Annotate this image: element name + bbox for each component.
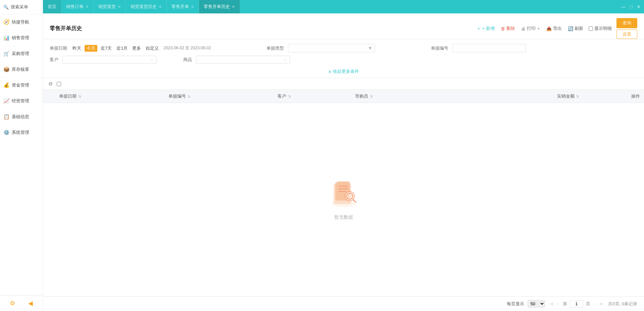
tab-retail-open[interactable]: 零售开单 ✕ <box>167 0 199 13</box>
table-header-row: 单据日期 ⇅ 单据编号 ⇅ 客户 ⇅ 导购员 ⇅ <box>43 90 644 103</box>
delete-icon: 🗑 <box>501 26 505 31</box>
collapse-button[interactable]: ∧ 收起更多条件 <box>328 68 359 74</box>
sidebar-item-sales-mgmt[interactable]: 📊 销售管理 <box>0 30 43 46</box>
top-nav: 首页 销售订单 ✕ 销货退货 ✕ 销货退货历史 ✕ 零售开单 ✕ 零售开单历史 … <box>43 0 644 13</box>
refresh-icon: 🔄 <box>568 26 573 31</box>
page-last[interactable]: ⊳ <box>598 301 605 307</box>
add-button[interactable]: ＋ + 新增 <box>476 24 495 33</box>
delete-button[interactable]: 🗑 删除 <box>500 24 516 33</box>
basic-info-icon: 📋 <box>3 114 10 120</box>
window-controls: — □ ✕ <box>621 4 644 9</box>
product-select[interactable]: ··· <box>196 56 290 64</box>
customer-select[interactable]: ··· <box>62 56 156 64</box>
sidebar-search[interactable]: 🔍 搜索采单 <box>0 0 43 14</box>
setting-button[interactable]: 设置 <box>616 30 637 39</box>
col-no: 单据编号 ⇅ <box>164 90 274 103</box>
date-opt-yesterday[interactable]: 昨天 <box>71 45 83 52</box>
page-label-post: 页 <box>585 300 592 308</box>
sidebar-item-finance[interactable]: 💰 资金管理 <box>0 77 43 93</box>
col-salesperson: 导购员 ⇅ <box>351 90 444 103</box>
date-opt-today[interactable]: 今天 <box>85 45 97 52</box>
page-next[interactable]: › <box>593 301 597 307</box>
sidebar-label-inventory: 库存核算 <box>12 66 29 72</box>
delete-label: 删除 <box>506 25 515 32</box>
customer-ellipsis: ··· <box>150 57 153 62</box>
print-button[interactable]: 🖨 打印 ▼ <box>521 24 541 33</box>
sidebar-item-operations[interactable]: 📈 经营管理 <box>0 93 43 109</box>
date-opt-more[interactable]: 更多 <box>131 45 142 52</box>
data-table: 单据日期 ⇅ 单据编号 ⇅ 客户 ⇅ 导购员 ⇅ <box>43 90 644 103</box>
export-button[interactable]: 📤 导出 <box>546 24 562 33</box>
add-label: + 新增 <box>482 25 495 32</box>
window-minimize[interactable]: — <box>621 4 626 9</box>
window-maximize[interactable]: □ <box>630 4 633 9</box>
sidebar-item-inventory[interactable]: 📦 库存核算 <box>0 62 43 77</box>
settings-gear-icon[interactable]: ⚙ <box>10 300 15 307</box>
page-prev[interactable]: ‹ <box>556 301 560 307</box>
page-label-pre: 第 <box>561 300 568 308</box>
sidebar-item-sys-mgmt[interactable]: ⚙️ 系统管理 <box>0 125 43 141</box>
sidebar-search-label: 搜索采单 <box>11 4 28 10</box>
col-no-sort[interactable]: ⇅ <box>188 95 190 98</box>
total-text: 共0页, 0条记录 <box>608 301 637 307</box>
col-salesperson-sort[interactable]: ⇅ <box>370 95 373 98</box>
tab-sales-return-label: 销货退货 <box>98 4 116 10</box>
bill-no-input[interactable] <box>452 44 526 52</box>
page-input[interactable] <box>570 300 583 307</box>
sidebar-item-quick-nav[interactable]: 🧭 快捷导航 <box>0 14 43 30</box>
date-range: 2023-06-02 至 2023-06-02 <box>163 45 211 51</box>
add-icon: ＋ <box>477 25 481 32</box>
show-detail-label: 显示明细 <box>594 25 612 32</box>
page-first[interactable]: ⊲ <box>548 301 555 307</box>
tab-sales-order[interactable]: 销售订单 ✕ <box>61 0 94 13</box>
inventory-icon: 📦 <box>3 66 10 72</box>
tab-retail-open-history[interactable]: 零售开单历史 ✕ <box>199 0 240 13</box>
refresh-button[interactable]: 🔄 刷新 <box>567 24 584 33</box>
show-detail-input[interactable] <box>589 27 593 31</box>
date-opt-last1month[interactable]: 近1月 <box>115 45 129 52</box>
tab-retail-open-history-close[interactable]: ✕ <box>232 5 235 9</box>
tab-home[interactable]: 首页 <box>43 0 61 13</box>
tab-sales-return[interactable]: 销货退货 ✕ <box>94 0 126 13</box>
table-area: ⚙ 单据日期 ⇅ 单据编号 ⇅ <box>43 78 644 296</box>
tab-retail-open-close[interactable]: ✕ <box>191 5 194 9</box>
tab-retail-open-label: 零售开单 <box>171 4 189 10</box>
table-select-all[interactable] <box>57 82 61 86</box>
date-opt-custom[interactable]: 自定义 <box>144 45 160 52</box>
per-page-label: 每页显示 <box>507 301 524 307</box>
per-page-select[interactable]: 50 10 20 100 <box>528 300 545 308</box>
table-gear-icon[interactable]: ⚙ <box>48 81 53 87</box>
tab-sales-order-close[interactable]: ✕ <box>86 5 89 9</box>
col-date-sort[interactable]: ⇅ <box>79 95 81 98</box>
tab-sales-return-history-label: 销货退货历史 <box>131 4 157 10</box>
sidebar-item-purchase-mgmt[interactable]: 🛒 采购管理 <box>0 46 43 62</box>
empty-text: 暂无数据 <box>334 214 353 220</box>
bill-type-dropdown-icon: ▼ <box>368 46 373 51</box>
date-opt-last7[interactable]: 近7天 <box>99 45 113 52</box>
col-customer-sort[interactable]: ⇅ <box>288 95 291 98</box>
page-header: 零售开单历史 ＋ + 新增 🗑 删除 🖨 打印 ▼ 📤 导出 <box>43 13 644 39</box>
show-detail-checkbox[interactable]: 显示明细 <box>589 25 612 32</box>
product-ellipsis: ··· <box>284 57 287 62</box>
export-label: 导出 <box>553 25 562 32</box>
purchase-mgmt-icon: 🛒 <box>3 51 10 57</box>
tab-sales-return-history-close[interactable]: ✕ <box>159 5 162 9</box>
bill-type-select[interactable]: ▼ <box>288 44 375 52</box>
bill-no-label: 单据编号 <box>431 45 448 51</box>
page-title: 零售开单历史 <box>50 25 82 32</box>
query-button[interactable]: 查询 <box>616 18 637 28</box>
collapse-sidebar-icon[interactable]: ◀ <box>28 300 33 307</box>
sidebar-item-basic-info[interactable]: 📋 基础信息 <box>0 109 43 125</box>
empty-state: 暂无数据 <box>43 103 644 296</box>
tab-sales-return-history[interactable]: 销货退货历史 ✕ <box>126 0 167 13</box>
col-no-label: 单据编号 <box>168 94 186 99</box>
operations-icon: 📈 <box>3 98 10 104</box>
empty-icon <box>327 179 360 209</box>
sys-mgmt-icon: ⚙️ <box>3 129 10 136</box>
col-amount-sort[interactable]: ⇅ <box>576 95 579 98</box>
tab-sales-return-close[interactable]: ✕ <box>118 5 121 9</box>
sidebar-label-finance: 资金管理 <box>12 82 29 88</box>
window-close[interactable]: ✕ <box>637 4 641 9</box>
search-icon: 🔍 <box>3 5 9 10</box>
tab-home-label: 首页 <box>48 4 56 10</box>
